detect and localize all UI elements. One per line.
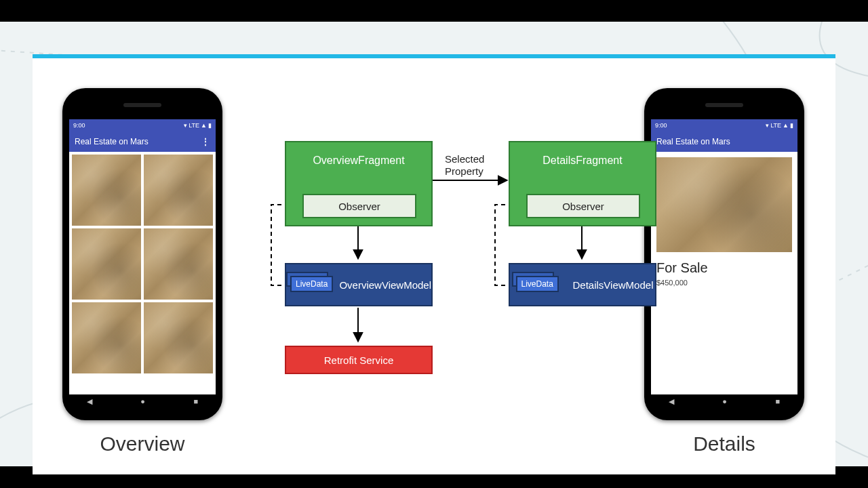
detail-price: $450,000 [656,279,792,287]
status-time: 9:00 [73,122,85,129]
app-bar: Real Estate on Mars [651,131,797,152]
nav-back-icon[interactable]: ◀ [669,397,674,406]
details-fragment-label: DetailsFragment [542,155,622,167]
slide: 9:00 ▾LTE▲▮ Real Estate on Mars ⋮ [33,54,835,474]
status-right: ▾LTE▲▮ [766,122,793,129]
box-overview-viewmodel: LiveData OverviewViewModel [285,263,433,306]
background: ✕ ✕ 9:00 ▾LTE▲▮ Real Estate on Mars ⋮ [0,22,868,466]
status-time: 9:00 [655,122,667,129]
box-observer-left: Observer [302,194,416,218]
android-nav-bar: ◀ ● ■ [62,392,222,411]
box-observer-right: Observer [526,194,640,218]
status-bar: 9:00 ▾LTE▲▮ [651,119,797,131]
status-bar: 9:00 ▾LTE▲▮ [69,119,216,131]
phone-speaker [705,103,743,107]
status-right: ▾LTE▲▮ [184,122,212,129]
overview-viewmodel-label: OverviewViewModel [339,279,431,291]
phone-details: 9:00 ▾LTE▲▮ Real Estate on Mars For Sale… [644,88,804,420]
property-tile[interactable] [72,302,141,373]
property-tile[interactable] [72,155,141,226]
property-tile[interactable] [144,302,213,373]
nav-home-icon[interactable]: ● [140,397,145,405]
app-title: Real Estate on Mars [656,137,730,146]
overflow-menu-icon[interactable]: ⋮ [201,137,210,146]
property-tile[interactable] [144,228,213,300]
edge-label-selected-property: Selected Property [445,153,484,178]
caption-overview: Overview [62,432,222,455]
nav-back-icon[interactable]: ◀ [87,397,92,406]
nav-recents-icon[interactable]: ■ [194,397,199,405]
livedata-badge: LiveData [290,276,333,292]
android-nav-bar: ◀ ● ■ [644,392,804,411]
property-grid [69,152,216,394]
status-net: LTE [189,122,199,129]
architecture-diagram: OverviewFragment Observer DetailsFragmen… [236,85,643,424]
detail-title: For Sale [656,260,792,276]
status-net: LTE [770,122,781,129]
phone-speaker [123,103,161,107]
property-image [656,157,792,252]
property-tile[interactable] [144,155,213,226]
box-retrofit-service: Retrofit Service [285,346,433,374]
overview-fragment-label: OverviewFragment [313,155,404,167]
caption-details: Details [644,432,804,455]
nav-recents-icon[interactable]: ■ [776,397,781,405]
livedata-badge: LiveData [516,276,559,292]
details-viewmodel-label: DetailsViewModel [573,279,654,291]
nav-home-icon[interactable]: ● [722,397,727,405]
phone-screen-overview: 9:00 ▾LTE▲▮ Real Estate on Mars ⋮ [69,119,216,394]
phone-overview: 9:00 ▾LTE▲▮ Real Estate on Mars ⋮ [62,88,222,420]
property-tile[interactable] [72,228,141,300]
accent-bar [33,54,835,58]
box-details-viewmodel: LiveData DetailsViewModel [509,263,656,306]
detail-body: For Sale $450,000 [651,152,797,292]
app-bar: Real Estate on Mars ⋮ [69,131,216,152]
phone-screen-details: 9:00 ▾LTE▲▮ Real Estate on Mars For Sale… [651,119,797,394]
app-title: Real Estate on Mars [75,137,149,146]
